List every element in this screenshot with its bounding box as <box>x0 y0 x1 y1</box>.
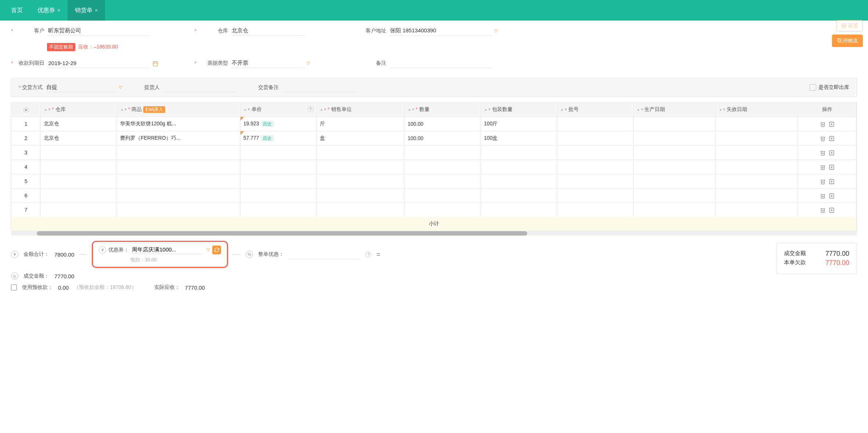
coupon-deduct: 抵扣：30.00 <box>99 257 221 263</box>
table-row[interactable]: 4 <box>11 160 857 174</box>
outbound-checkbox[interactable] <box>810 84 816 91</box>
help-icon[interactable]: ? <box>365 251 371 257</box>
table-header-row: ▲▼*仓库 ▲▼*商品扫码录入 ▲▼单价? ▲▼*销售单位 ▲▼*数量 ▲▼包装… <box>11 103 857 117</box>
add-row-icon[interactable] <box>829 207 835 213</box>
delete-row-icon[interactable] <box>820 135 826 141</box>
scan-entry-badge[interactable]: 扫码录入 <box>143 106 165 113</box>
customer-label: 客户 <box>14 28 44 34</box>
delivery-method-select[interactable] <box>46 83 117 92</box>
table-row[interactable]: 2北京仓费列罗（FERRERO）巧...57.777历史盒100.00100盒 <box>11 131 857 146</box>
col-action: 操作 <box>798 103 857 117</box>
equals-icon: = <box>376 251 380 258</box>
svg-point-5 <box>25 109 27 111</box>
help-icon[interactable]: ? <box>308 106 314 112</box>
col-pack-qty[interactable]: ▲▼包装数量 <box>481 103 557 117</box>
currency-icon: ¥ <box>11 251 18 258</box>
table-row[interactable]: 6 <box>11 189 857 203</box>
svg-rect-1 <box>153 61 158 66</box>
add-row-icon[interactable] <box>829 192 835 198</box>
deal-value: 7770.00 <box>54 273 74 279</box>
col-warehouse[interactable]: ▲▼*仓库 <box>41 103 117 117</box>
deal-icon: ◎ <box>11 272 18 280</box>
summary-panel: 成交金额7770.00 本单欠款7770.00 <box>776 243 857 274</box>
delete-row-icon[interactable] <box>820 121 826 127</box>
remark-label: 备注 <box>356 60 386 67</box>
history-badge[interactable]: 历史 <box>261 121 274 127</box>
delivery-bar: *交货方式 ▽ 提货人 交货备注 是否立即出库 <box>11 78 857 97</box>
cancel-logistics-button[interactable]: 取消物流 <box>832 35 863 47</box>
customer-input[interactable] <box>47 26 150 36</box>
total-label: 金额合计： <box>23 251 49 258</box>
remark-input[interactable] <box>389 58 492 68</box>
due-date-input[interactable] <box>47 58 150 68</box>
col-product[interactable]: ▲▼*商品扫码录入 <box>117 103 240 117</box>
chevron-down-icon[interactable]: ▽ <box>307 61 310 66</box>
coupon-label: 优惠券： <box>108 247 129 253</box>
col-qty[interactable]: ▲▼*数量 <box>405 103 481 117</box>
col-price[interactable]: ▲▼单价? <box>240 103 317 117</box>
col-batch[interactable]: ▲▼批号 <box>557 103 633 117</box>
delivery-remark-input[interactable] <box>282 83 355 92</box>
actual-receivable-label: 实际应收： <box>154 284 180 291</box>
table-row[interactable]: 3 <box>11 146 857 160</box>
due-date-label: 收款到期日 <box>14 60 44 67</box>
refresh-icon <box>214 247 219 253</box>
coupon-select[interactable] <box>131 246 202 254</box>
history-badge[interactable]: 历史 <box>261 135 274 142</box>
table-row[interactable]: 7 <box>11 203 857 217</box>
add-row-icon[interactable] <box>829 178 835 184</box>
calendar-icon[interactable] <box>152 60 158 66</box>
delete-row-icon[interactable] <box>820 149 826 155</box>
settings-button[interactable]: 设置 <box>836 20 863 32</box>
refresh-coupon-button[interactable] <box>212 246 221 254</box>
horizontal-scrollbar[interactable] <box>11 231 857 236</box>
add-row-icon[interactable] <box>829 135 835 141</box>
gear-icon <box>841 23 846 28</box>
svg-point-0 <box>843 25 845 26</box>
gear-icon <box>23 107 29 113</box>
use-prepay-checkbox[interactable] <box>11 285 17 290</box>
actual-receivable-value: 7770.00 <box>185 285 205 291</box>
coupon-icon: ¥ <box>99 246 106 254</box>
chevron-down-icon[interactable]: ▽ <box>494 28 498 33</box>
close-icon[interactable]: × <box>95 7 98 13</box>
use-prepay-label: 使用预收款： <box>22 284 53 291</box>
settings-col[interactable] <box>11 103 41 117</box>
top-tab-bar: 首页 优惠券× 销货单× <box>0 0 868 21</box>
address-input[interactable] <box>389 26 492 36</box>
summary-owe-value: 7770.00 <box>825 259 849 267</box>
invoice-type-label: 票据类型 <box>198 60 228 67</box>
outbound-label: 是否立即出库 <box>818 84 849 91</box>
chevron-down-icon[interactable]: ▽ <box>207 247 210 253</box>
warehouse-input[interactable] <box>231 26 304 36</box>
chevron-down-icon[interactable]: ▽ <box>119 85 122 90</box>
delivery-remark-label: 交货备注 <box>258 84 279 91</box>
tab-home[interactable]: 首页 <box>4 0 30 21</box>
order-discount-input[interactable] <box>289 250 360 259</box>
col-prod-date[interactable]: ▲▼生产日期 <box>633 103 716 117</box>
summary-owe-label: 本单欠款 <box>784 259 806 267</box>
tab-sales-order[interactable]: 销货单× <box>68 0 105 21</box>
add-row-icon[interactable] <box>829 121 835 127</box>
close-icon[interactable]: × <box>57 7 60 13</box>
delivery-method-label: 交货方式 <box>22 84 43 91</box>
delete-row-icon[interactable] <box>820 164 826 170</box>
add-row-icon[interactable] <box>829 164 835 170</box>
summary-deal-value: 7770.00 <box>825 250 849 258</box>
add-row-icon[interactable] <box>829 149 835 155</box>
col-unit[interactable]: ▲▼*销售单位 <box>317 103 405 117</box>
total-value: 7800.00 <box>54 251 74 258</box>
delete-row-icon[interactable] <box>820 192 826 198</box>
invoice-type-select[interactable] <box>231 58 304 68</box>
picker-label: 提货人 <box>144 84 160 91</box>
coupon-highlight-box: ¥ 优惠券： ▽ 抵扣：30.00 <box>92 241 228 268</box>
tab-coupon[interactable]: 优惠券× <box>30 0 68 21</box>
receivable-label: 应收：–18639.80 <box>78 44 118 50</box>
table-row[interactable]: 5 <box>11 174 857 189</box>
col-expire[interactable]: ▲▼失效日期 <box>716 103 798 117</box>
delete-row-icon[interactable] <box>820 207 826 213</box>
items-table: ▲▼*仓库 ▲▼*商品扫码录入 ▲▼单价? ▲▼*销售单位 ▲▼*数量 ▲▼包装… <box>11 102 857 231</box>
picker-input[interactable] <box>163 83 236 92</box>
delete-row-icon[interactable] <box>820 178 826 184</box>
table-row[interactable]: 1北京仓华美华夫软饼1200g 糕...19.923历史斤100.00100斤 <box>11 117 857 131</box>
